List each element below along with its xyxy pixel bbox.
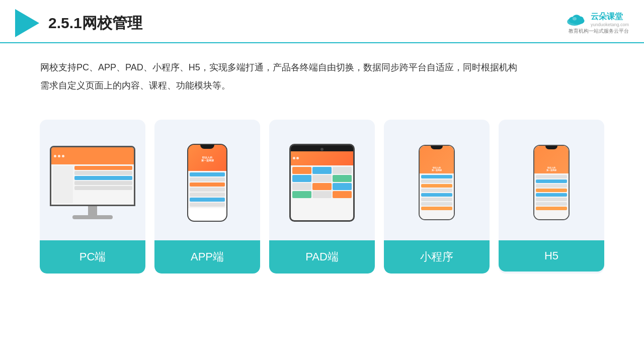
h5-phone-notch <box>545 146 557 149</box>
pc-card: PC端 <box>40 120 145 274</box>
app-label: APP端 <box>154 240 260 274</box>
tablet-screen <box>291 151 353 220</box>
phone-screen: 职达人的第一堂网课 <box>188 145 226 221</box>
monitor-body <box>50 146 135 206</box>
play-icon <box>15 9 39 37</box>
pad-label: PAD端 <box>269 240 375 274</box>
tablet-camera <box>320 148 324 151</box>
pc-image-area <box>40 120 145 240</box>
miniprogram-label: 小程序 <box>384 240 490 274</box>
miniprogram-image-area: 职达人的第一堂网课 <box>384 120 490 240</box>
pc-label: PC端 <box>40 240 145 274</box>
mini-phone-notch <box>431 146 443 149</box>
page-title: 2.5.1网校管理 <box>48 13 142 34</box>
h5-image-area: 职达人的第一堂网课 <box>499 120 604 240</box>
svg-point-4 <box>577 16 584 22</box>
miniprogram-card: 职达人的第一堂网课 小程序 <box>384 120 490 274</box>
description-text: 网校支持PC、APP、PAD、小程序、H5，实现多端打通，产品各终端自由切换，数… <box>40 62 517 90</box>
description: 网校支持PC、APP、PAD、小程序、H5，实现多端打通，产品各终端自由切换，数… <box>0 43 644 100</box>
header: 2.5.1网校管理 云朵课堂 yunduoketang.com 教育机构一站式服… <box>0 0 644 43</box>
h5-card: 职达人的第一堂网课 H5 <box>499 120 604 274</box>
logo-brand: 云朵课堂 yunduoketang.com <box>591 12 629 27</box>
cards-container: PC端 职达人的第一堂网课 <box>0 105 644 289</box>
h5-label: H5 <box>499 240 604 272</box>
mini-phone: 职达人的第一堂网课 <box>419 145 455 220</box>
app-image-area: 职达人的第一堂网课 <box>154 120 260 240</box>
pc-monitor <box>50 146 135 219</box>
pad-card: PAD端 <box>269 120 375 274</box>
logo-brand-main: 云朵课堂 <box>591 12 629 22</box>
tablet-frame <box>289 144 355 222</box>
cloud-icon <box>566 12 588 27</box>
h5-phone: 职达人的第一堂网课 <box>533 145 570 220</box>
logo-brand-url: yunduoketang.com <box>591 22 629 27</box>
header-left: 2.5.1网校管理 <box>15 9 142 37</box>
logo-top-row: 云朵课堂 yunduoketang.com <box>566 12 629 27</box>
app-card: 职达人的第一堂网课 APP端 <box>154 120 260 274</box>
mini-phone-screen: 职达人的第一堂网课 <box>420 146 454 219</box>
pad-image-area <box>269 120 375 240</box>
svg-point-5 <box>573 17 577 21</box>
logo-slogan: 教育机构一站式服务云平台 <box>569 28 629 35</box>
app-phone: 职达人的第一堂网课 <box>187 144 227 222</box>
h5-phone-screen: 职达人的第一堂网课 <box>534 146 569 219</box>
monitor-screen <box>51 147 134 205</box>
phone-body: 职达人的第一堂网课 <box>187 144 227 222</box>
phone-notch <box>200 145 214 149</box>
logo-area: 云朵课堂 yunduoketang.com 教育机构一站式服务云平台 <box>566 12 629 35</box>
